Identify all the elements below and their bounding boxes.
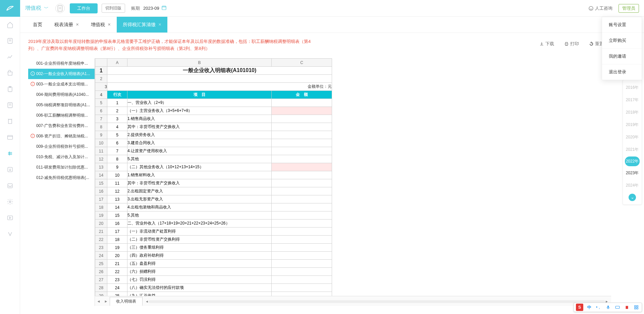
- nav-shirt-icon[interactable]: [0, 113, 20, 129]
- amount-cell[interactable]: [272, 163, 332, 171]
- amount-cell[interactable]: [272, 195, 332, 203]
- amount-cell[interactable]: [272, 268, 332, 276]
- tab-1[interactable]: 税表清册✕: [48, 17, 85, 33]
- amount-cell[interactable]: [272, 292, 332, 296]
- amount-cell[interactable]: [272, 211, 332, 219]
- form-item-4[interactable]: 005-纳税调整项目明细表(A1...: [28, 100, 95, 110]
- amount-cell[interactable]: [272, 236, 332, 244]
- print-button[interactable]: 打印: [564, 41, 579, 47]
- module-dropdown-label[interactable]: 增值税: [25, 5, 41, 12]
- form-item-1[interactable]: !002-一般企业收入明细表(A1...: [28, 69, 95, 79]
- form-item-3[interactable]: 004-期间费用明细表(A1040...: [28, 89, 95, 100]
- ime-tool-icon[interactable]: [633, 304, 640, 311]
- year-item[interactable]: 2023年: [623, 167, 642, 179]
- ime-mic-icon[interactable]: [605, 304, 611, 311]
- year-more-icon[interactable]: ⌄: [623, 192, 642, 203]
- calendar-icon[interactable]: [161, 5, 167, 12]
- year-item[interactable]: 2024年: [623, 179, 642, 192]
- form-item-10[interactable]: 011-研发费用加计扣除优惠...: [28, 162, 95, 173]
- sheet-prev-icon[interactable]: ◄: [95, 299, 102, 303]
- nav-video-icon[interactable]: [0, 210, 20, 226]
- user-menu-item-2[interactable]: 我的邀请: [602, 49, 642, 64]
- ime-punct-icon[interactable]: •，: [595, 304, 602, 311]
- tab-0[interactable]: 首页: [27, 17, 48, 33]
- tab-close-icon[interactable]: ✕: [158, 22, 161, 27]
- amount-cell[interactable]: [272, 228, 332, 236]
- tab-close-icon[interactable]: ✕: [76, 22, 79, 27]
- nav-tax-icon[interactable]: [0, 145, 20, 162]
- blank-cell[interactable]: [107, 75, 332, 83]
- ime-skin-icon[interactable]: [624, 304, 630, 311]
- year-item[interactable]: 2019年: [623, 119, 642, 131]
- amount-cell[interactable]: [272, 123, 332, 131]
- chevron-down-icon[interactable]: ﹀: [44, 5, 49, 11]
- nav-chart-icon[interactable]: [0, 49, 20, 65]
- amount-cell[interactable]: [272, 219, 332, 228]
- amount-cell[interactable]: [272, 284, 332, 292]
- svg-rect-23: [637, 308, 638, 309]
- nav-home-icon[interactable]: [0, 17, 20, 33]
- consult-link[interactable]: 人工咨询: [588, 5, 612, 11]
- amount-cell[interactable]: [272, 203, 332, 211]
- workbench-button[interactable]: 工作台: [70, 3, 98, 13]
- amount-cell[interactable]: [272, 179, 332, 187]
- amount-cell[interactable]: [272, 147, 332, 155]
- user-menu-item-0[interactable]: 账号设置: [602, 17, 642, 33]
- h-scrollbar[interactable]: ◄ ►: [145, 299, 608, 304]
- year-item[interactable]: 2020年: [623, 131, 642, 143]
- sheet-tab[interactable]: 收入明细表: [110, 297, 143, 306]
- amount-cell[interactable]: [272, 244, 332, 252]
- amount-cell[interactable]: [272, 276, 332, 284]
- tab-3[interactable]: 所得税汇算清缴✕: [117, 17, 167, 33]
- nav-window-icon[interactable]: [0, 129, 20, 145]
- admin-button[interactable]: 管理员: [619, 4, 639, 13]
- period-value[interactable]: 2023-09: [143, 6, 159, 11]
- amount-cell[interactable]: [272, 131, 332, 139]
- app-logo[interactable]: [0, 0, 20, 17]
- nav-clipboard-icon[interactable]: [0, 81, 20, 97]
- user-menu-item-3[interactable]: 退出登录: [602, 64, 642, 80]
- form-item-6[interactable]: 007-广告费和业务宣传费跨...: [28, 121, 95, 131]
- amount-cell[interactable]: [272, 115, 332, 123]
- amount-cell[interactable]: [272, 107, 332, 115]
- form-item-7[interactable]: !008-资产折旧、摊销及纳税...: [28, 131, 95, 141]
- nav-calc-icon[interactable]: [0, 97, 20, 113]
- amount-cell[interactable]: [272, 187, 332, 195]
- svg-text:!: !: [32, 72, 33, 75]
- switch-old-button[interactable]: 切到旧版: [102, 4, 125, 13]
- download-button[interactable]: 下载: [539, 41, 554, 47]
- sheet-scroll[interactable]: ABC1一般企业收入明细表(A101010)23金额单位：元4行次项 目金 额5…: [95, 58, 611, 296]
- ime-toolbar[interactable]: S 中 •，: [574, 303, 642, 312]
- ime-logo-icon[interactable]: S: [576, 304, 583, 311]
- year-item[interactable]: 2022年: [625, 156, 640, 166]
- nav-bag-icon[interactable]: [0, 65, 20, 81]
- amount-cell[interactable]: [272, 171, 332, 179]
- amount-cell[interactable]: [272, 260, 332, 268]
- sheet-next-icon[interactable]: ►: [102, 299, 110, 303]
- nav-settings-icon[interactable]: [0, 194, 20, 210]
- nav-export-icon[interactable]: [0, 162, 20, 178]
- amount-cell[interactable]: [272, 252, 332, 260]
- ime-keyboard-icon[interactable]: [614, 304, 621, 311]
- year-item[interactable]: 2018年: [623, 106, 642, 119]
- nav-doc-icon[interactable]: [0, 33, 20, 49]
- nav-v-icon[interactable]: [0, 226, 20, 242]
- amount-cell[interactable]: [272, 99, 332, 107]
- form-item-9[interactable]: 010-免税、减计收入及加计...: [28, 152, 95, 162]
- form-item-8[interactable]: 009-企业所得税弥补亏损明...: [28, 141, 95, 152]
- form-item-0[interactable]: 001-企业所得税年度纳税申...: [28, 58, 95, 69]
- note-icon[interactable]: [55, 4, 65, 13]
- nav-inbox-icon[interactable]: [0, 178, 20, 194]
- user-menu-item-1[interactable]: 立即购买: [602, 33, 642, 49]
- amount-cell[interactable]: [272, 155, 332, 163]
- year-item[interactable]: 2016年: [623, 81, 642, 94]
- form-item-2[interactable]: !003-一般企业成本支出明细...: [28, 79, 95, 89]
- year-item[interactable]: 2017年: [623, 94, 642, 106]
- form-item-11[interactable]: 012-减免所得税优惠明细表(...: [28, 173, 95, 183]
- form-item-5[interactable]: 006-职工薪酬纳税调整明细...: [28, 110, 95, 121]
- ime-lang-icon[interactable]: 中: [586, 304, 593, 311]
- year-item[interactable]: 2021年: [623, 143, 642, 156]
- tab-2[interactable]: 增值税✕: [85, 17, 117, 33]
- tab-close-icon[interactable]: ✕: [108, 22, 111, 27]
- amount-cell[interactable]: [272, 139, 332, 147]
